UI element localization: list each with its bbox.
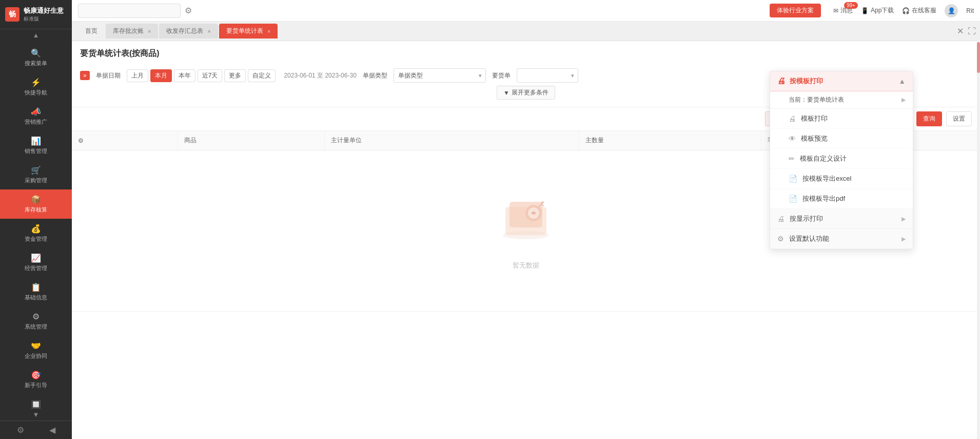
experience-btn[interactable]: 体验行业方案 bbox=[770, 4, 821, 17]
settings-btn[interactable]: 设置 bbox=[946, 111, 972, 126]
scrollbar-thumb[interactable] bbox=[977, 42, 980, 73]
sidebar-item-basic[interactable]: 📋基础信息 bbox=[0, 277, 72, 307]
logo-text: 畅康通好生意 标准版 bbox=[24, 6, 64, 23]
message-badge: 99+ bbox=[844, 2, 858, 9]
dropdown-item-icon-template-export-excel: 📄 bbox=[789, 175, 797, 183]
dropdown-item-label-template-custom: 模板自定义设计 bbox=[800, 154, 847, 163]
date-btn-custom[interactable]: 自定义 bbox=[248, 69, 276, 82]
dropdown-sub-display-print[interactable]: 🖨按显示打印▶ bbox=[770, 209, 913, 229]
right-scrollbar[interactable] bbox=[977, 22, 980, 439]
order-goods-select-wrapper bbox=[517, 68, 578, 83]
date-btn-this-month[interactable]: 本月 bbox=[150, 69, 172, 82]
sidebar-icon-inventory: 📦 bbox=[31, 195, 41, 204]
gear-icon[interactable]: ⚙ bbox=[185, 6, 192, 15]
sidebar-item-newbie[interactable]: 🎯新手引导 bbox=[0, 365, 72, 394]
expand-btn[interactable]: ▼ 展开更多条件 bbox=[497, 86, 555, 100]
tab-close-all-btn[interactable]: ✕ bbox=[957, 26, 964, 36]
sub-label-display-print: 按显示打印 bbox=[790, 214, 823, 223]
dropdown-item-icon-template-custom: ✏ bbox=[789, 155, 795, 163]
dropdown-item-icon-template-export-pdf: 📄 bbox=[789, 195, 797, 203]
sidebar-scroll-up[interactable]: ▲ bbox=[0, 29, 72, 41]
dropdown-item-template-export-excel[interactable]: 📄按模板导出excel bbox=[770, 169, 913, 189]
date-btn-last-month[interactable]: 上月 bbox=[127, 69, 148, 82]
empty-illustration bbox=[495, 192, 557, 253]
tab-close-collection-summary[interactable]: × bbox=[207, 28, 210, 34]
col-unit: 主计量单位 bbox=[325, 131, 579, 150]
dropdown-items: 🖨模板打印👁模板预览✏模板自定义设计📄按模板导出excel📄按模板导出pdf bbox=[770, 109, 913, 209]
sidebar-icon-operation: 📈 bbox=[31, 253, 41, 263]
sidebar-item-operation[interactable]: 📈经营管理 bbox=[0, 248, 72, 277]
sidebar-item-enterprise[interactable]: 🤝企业协同 bbox=[0, 336, 72, 365]
search-input[interactable] bbox=[78, 4, 181, 18]
order-goods-label: 要货单 bbox=[492, 71, 511, 80]
sidebar-label-basic: 基础信息 bbox=[25, 294, 47, 301]
avatar[interactable]: 👤 bbox=[945, 4, 958, 17]
sub-icon-set-default: ⚙ bbox=[777, 235, 784, 243]
sidebar-item-sales[interactable]: 📊销售管理 bbox=[0, 131, 72, 160]
order-goods-select[interactable] bbox=[517, 68, 578, 83]
sidebar-item-system[interactable]: ⚙系统管理 bbox=[0, 307, 72, 336]
sidebar-icon-apps: 🔲 bbox=[31, 399, 41, 409]
sidebar-label-shortcut: 快捷导航 bbox=[25, 89, 47, 97]
col-gear[interactable]: ⚙ bbox=[72, 131, 178, 150]
tab-home[interactable]: 首页 bbox=[78, 24, 105, 39]
tab-batch-account[interactable]: 库存批次账× bbox=[106, 24, 158, 39]
sidebar-item-apps[interactable]: 🔲应用中心 bbox=[0, 394, 72, 409]
app-download-btn[interactable]: 📱 App下载 bbox=[861, 6, 894, 15]
sidebar-item-purchase[interactable]: 🛒采购管理 bbox=[0, 160, 72, 189]
order-type-select[interactable]: 单据类型 bbox=[394, 68, 486, 83]
tab-collection-summary[interactable]: 收发存汇总表× bbox=[159, 24, 218, 39]
dropdown-item-template-print[interactable]: 🖨模板打印 bbox=[770, 109, 913, 129]
sidebar-icon-basic: 📋 bbox=[31, 282, 41, 292]
sidebar-icon-system: ⚙ bbox=[32, 312, 40, 321]
dropdown-item-template-export-pdf[interactable]: 📄按模板导出pdf bbox=[770, 189, 913, 209]
dropdown-close-btn[interactable]: ▲ bbox=[898, 77, 906, 85]
username-label: Rit bbox=[966, 7, 974, 14]
dropdown-sub-items: 🖨按显示打印▶⚙设置默认功能▶ bbox=[770, 209, 913, 249]
sidebar-icon-sales: 📊 bbox=[31, 136, 41, 146]
dropdown-item-template-preview[interactable]: 👁模板预览 bbox=[770, 129, 913, 149]
sidebar-item-search[interactable]: 🔍搜索菜单 bbox=[0, 43, 72, 72]
dropdown-sub-set-default[interactable]: ⚙设置默认功能▶ bbox=[770, 229, 913, 249]
sidebar: 畅 畅康通好生意 标准版 ▲ 🔍搜索菜单⚡快捷导航📣营销推广📊销售管理🛒采购管理… bbox=[0, 0, 72, 439]
tab-close-order-stats[interactable]: × bbox=[267, 28, 270, 34]
sidebar-label-system: 系统管理 bbox=[25, 323, 47, 331]
sidebar-item-marketing[interactable]: 📣营销推广 bbox=[0, 102, 72, 131]
tab-fullscreen-btn[interactable]: ⛶ bbox=[968, 27, 976, 36]
tab-order-stats[interactable]: 要货单统计表× bbox=[219, 24, 278, 39]
topbar: ⚙ 体验行业方案 ✉ 消息 99+ 📱 App下载 🎧 在线客服 👤 Rit bbox=[72, 0, 980, 22]
date-btn-last-7days[interactable]: 近7天 bbox=[198, 69, 223, 82]
sidebar-icon-purchase: 🛒 bbox=[31, 165, 41, 175]
online-service-btn[interactable]: 🎧 在线客服 bbox=[902, 6, 936, 15]
message-icon: ✉ bbox=[833, 7, 838, 14]
filter-expand-icon[interactable]: » bbox=[80, 71, 90, 80]
print-header-icon: 🖨 bbox=[777, 77, 786, 86]
tab-close-batch-account[interactable]: × bbox=[148, 28, 151, 34]
expand-label: 展开更多条件 bbox=[512, 88, 548, 97]
sidebar-logo: 畅 畅康通好生意 标准版 bbox=[0, 0, 72, 29]
sound-icon[interactable]: ◀ bbox=[49, 425, 55, 435]
template-print-dropdown: 🖨 按模板打印 ▲ 当前：要货单统计表 ▶ 🖨模板打印👁模板预览✏模板自定义设计… bbox=[770, 71, 913, 250]
sidebar-label-sales: 销售管理 bbox=[25, 147, 47, 155]
date-btn-more[interactable]: 更多 bbox=[224, 69, 246, 82]
sidebar-nav: 🔍搜索菜单⚡快捷导航📣营销推广📊销售管理🛒采购管理📦库存核算💰资金管理📈经营管理… bbox=[0, 41, 72, 409]
sidebar-scroll-down[interactable]: ▼ bbox=[0, 409, 72, 421]
sidebar-footer: ⚙ ◀ bbox=[0, 421, 72, 439]
settings-icon[interactable]: ⚙ bbox=[17, 425, 24, 435]
dropdown-header-left: 🖨 按模板打印 bbox=[777, 77, 823, 86]
dropdown-item-icon-template-preview: 👁 bbox=[789, 135, 796, 143]
message-btn[interactable]: ✉ 消息 99+ bbox=[833, 6, 853, 15]
sidebar-icon-marketing: 📣 bbox=[31, 107, 41, 117]
dropdown-current-item[interactable]: 当前：要货单统计表 ▶ bbox=[770, 91, 913, 109]
sidebar-label-search: 搜索菜单 bbox=[25, 60, 47, 67]
date-btn-this-year[interactable]: 本年 bbox=[174, 69, 195, 82]
col-goods: 商品 bbox=[178, 131, 325, 150]
dropdown-title: 按模板打印 bbox=[790, 77, 823, 86]
sidebar-item-finance[interactable]: 💰资金管理 bbox=[0, 219, 72, 248]
dropdown-item-template-custom[interactable]: ✏模板自定义设计 bbox=[770, 149, 913, 169]
empty-text: 暂无数据 bbox=[513, 261, 539, 270]
sub-label-set-default: 设置默认功能 bbox=[789, 234, 829, 243]
sidebar-item-inventory[interactable]: 📦库存核算 bbox=[0, 189, 72, 219]
query-btn[interactable]: 查询 bbox=[916, 111, 942, 126]
sidebar-item-shortcut[interactable]: ⚡快捷导航 bbox=[0, 72, 72, 102]
